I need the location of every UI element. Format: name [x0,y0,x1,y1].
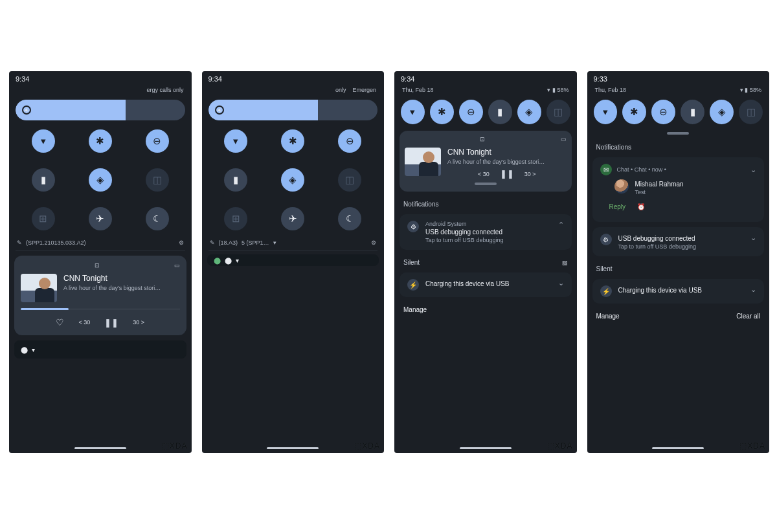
brightness-slider[interactable]: ☀ [208,100,378,120]
expand-chevron-icon[interactable]: ⌃ [558,221,564,229]
battery-icon: ▮ [552,87,556,93]
silent-notification[interactable]: ⚡ Charging this device via USB ⌄ [400,272,572,297]
expand-chevron-icon[interactable]: ⌄ [750,234,756,242]
pause-button[interactable]: ❚❚ [104,318,118,327]
qs-wifi[interactable]: ▾ [401,100,425,124]
qs-rotate[interactable]: ◈ [89,168,112,192]
clock: 9:33 [594,75,607,83]
alarm-icon[interactable]: ⏰ [637,203,645,210]
charge-icon: ⚡ [407,279,419,291]
qs-dnd[interactable]: ⊖ [459,100,483,124]
qs-flashlight[interactable]: ▮ [32,168,55,192]
brightness-icon: ☀ [215,105,224,115]
edit-icon[interactable]: ✎ [210,239,215,246]
manage-button[interactable]: Manage [403,306,427,313]
usb-debugging-notification[interactable]: ⚙ Android System USB debugging connected… [400,214,572,250]
qs-wifi[interactable]: ▾ [224,129,247,153]
usb-debugging-notification[interactable]: ⚙ USB debugging connected Tap to turn of… [592,227,765,256]
pause-button[interactable]: ❚❚ [500,169,514,179]
qs-night[interactable]: ☾ [338,207,361,230]
collapsed-notification[interactable]: ⬤⬤▾ [207,254,379,266]
qs-night[interactable]: ☾ [146,207,169,230]
rewind-30-button[interactable]: < 30 [78,319,90,326]
expand-chevron-icon[interactable]: ⌄ [558,279,564,287]
silent-title: Charging this device via USB [618,287,745,294]
silent-icon: ▧ [562,260,568,266]
silent-title: Charging this device via USB [425,280,552,287]
settings-icon[interactable]: ⚙ [371,239,376,246]
qs-dnd[interactable]: ⊖ [651,100,675,124]
clock: 9:34 [401,75,414,83]
brightness-icon: ☀ [22,105,31,115]
date: Thu, Feb 18 [595,87,627,93]
qs-footer: ✎ (SPP1.210135.033.A2) ⚙ [9,237,192,250]
brightness-slider[interactable]: ☀ [16,100,185,120]
quick-settings-row: ▾ ✱ ⊖ ▮ ◈ ◫ [394,97,577,128]
qs-bluetooth[interactable]: ✱ [622,100,646,124]
status-bar: 9:34 [394,71,577,85]
reply-action[interactable]: Reply [609,203,626,210]
rewind-30-button[interactable]: < 30 [478,171,490,177]
wifi-icon: ▾ [740,87,743,93]
notif-sub: Tap to turn off USB debugging [425,237,552,243]
status-subhead: Thu, Feb 18 ▾ ▮ 58% [394,85,577,97]
cast-icon[interactable]: ⊡ [480,136,485,142]
qs-wifi[interactable]: ▾ [594,100,618,124]
media-thumbnail [405,148,441,176]
clear-all-button[interactable]: Clear all [736,313,760,320]
forward-30-button[interactable]: 30 > [524,171,536,177]
silent-notification[interactable]: ⚡ Charging this device via USB ⌄ [592,279,765,304]
expand-chevron-icon[interactable]: ⌄ [750,285,756,294]
status-bar: 9:34 [9,71,192,85]
qs-dnd[interactable]: ⊖ [146,129,169,153]
forward-30-button[interactable]: 30 > [133,319,144,326]
like-button[interactable]: ♡ [56,317,64,327]
qs-rotate[interactable]: ◈ [517,100,541,124]
manage-button[interactable]: Manage [596,313,620,320]
drag-handle[interactable] [475,183,497,185]
qs-airplane[interactable]: ✈ [89,207,112,230]
cast-icon[interactable]: ⊡ [95,262,100,269]
status-subhead: ergy calls only [9,85,192,97]
output-icon[interactable]: ▭ [561,136,567,142]
silent-header: Silent [587,259,770,276]
watermark: ⬚XDA [739,441,765,450]
qs-dnd[interactable]: ⊖ [338,129,361,153]
qs-flashlight[interactable]: ▮ [224,168,247,192]
collapsed-notification[interactable]: ⬤▾ [14,340,186,359]
qs-flashlight[interactable]: ▮ [488,100,512,124]
clock: 9:34 [208,75,222,83]
output-icon[interactable]: ▭ [174,262,180,269]
settings-icon[interactable]: ⚙ [179,239,184,246]
qs-extra-1[interactable]: ⊞ [224,207,247,230]
build-label: (SPP1.210135.033.A2) [26,239,86,246]
expand-chevron-icon[interactable]: ⌄ [750,166,756,174]
edit-icon[interactable]: ✎ [17,239,22,246]
media-title: CNN Tonight [447,148,567,157]
screenshot-3: 9:34 Thu, Feb 18 ▾ ▮ 58% ▾ ✱ ⊖ ▮ ◈ ◫ ⊡ ▭ [394,71,577,453]
clock: 9:34 [16,75,29,83]
chat-notification[interactable]: ✉ Chat • Chat • now • ⌄ Mishaal Rahman T… [592,157,765,222]
build-a: (18.A3) [219,239,238,246]
qs-bluetooth[interactable]: ✱ [430,100,454,124]
gesture-bar [74,447,126,449]
drag-handle[interactable] [667,132,689,135]
qs-rotate[interactable]: ◈ [281,168,304,192]
media-progress[interactable] [21,309,180,309]
notif-title: USB debugging connected [618,235,745,242]
media-player-card[interactable]: ⊡ ▭ CNN Tonight A live hour of the day's… [400,131,572,192]
quick-settings-grid: ▾ ✱ ⊖ ▮ ◈ ◫ ⊞ ✈ ☾ [9,127,192,237]
qs-rotate[interactable]: ◈ [710,100,734,124]
qs-battery-saver[interactable]: ◫ [146,168,169,192]
qs-flashlight[interactable]: ▮ [681,100,704,124]
qs-wifi[interactable]: ▾ [32,129,55,153]
qs-battery-saver[interactable]: ◫ [546,100,570,124]
qs-battery-saver[interactable]: ◫ [739,100,763,124]
qs-airplane[interactable]: ✈ [281,207,304,230]
signal-status-text: ergy calls only [146,87,183,93]
qs-extra-1[interactable]: ⊞ [32,207,55,230]
qs-bluetooth[interactable]: ✱ [281,129,304,153]
qs-bluetooth[interactable]: ✱ [89,129,112,153]
media-player-card[interactable]: ⊡ ▭ CNN Tonight A live hour of the day's… [14,256,186,335]
qs-battery-saver[interactable]: ◫ [338,168,361,192]
